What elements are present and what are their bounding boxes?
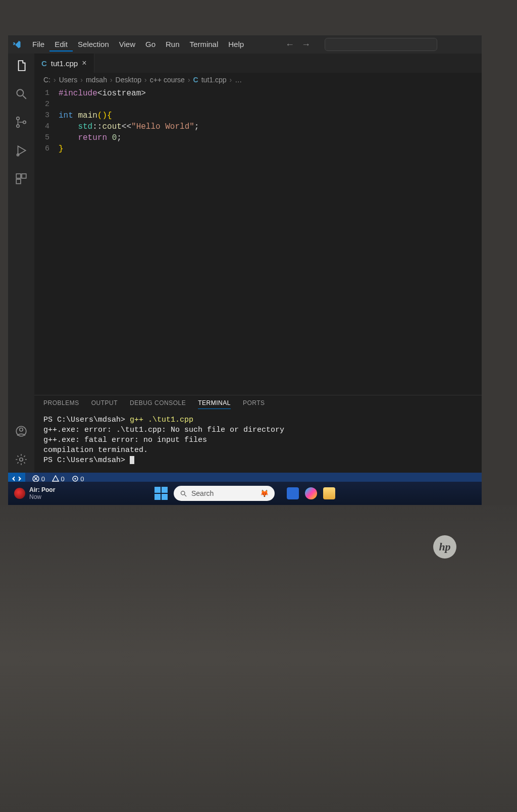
- taskbar-app-icon[interactable]: [287, 487, 299, 499]
- panel-tab-output[interactable]: OUTPUT: [91, 399, 118, 409]
- line-number: 1: [34, 88, 49, 99]
- svg-point-14: [74, 478, 76, 479]
- search-icon[interactable]: [14, 87, 28, 101]
- editor-tab-tut1[interactable]: C tut1.cpp ×: [34, 54, 94, 73]
- vscode-logo-icon: [12, 40, 21, 49]
- nav-forward-icon[interactable]: →: [301, 39, 311, 50]
- explorer-icon[interactable]: [14, 59, 28, 73]
- menu-help[interactable]: Help: [223, 38, 249, 52]
- menu-go[interactable]: Go: [140, 38, 161, 52]
- cpp-file-icon: C: [41, 59, 47, 68]
- breadcrumb-segment[interactable]: Users: [59, 76, 78, 84]
- source-control-icon[interactable]: [14, 115, 28, 129]
- taskbar-pinned-apps: [287, 487, 335, 499]
- breadcrumb-segment[interactable]: c++ course: [150, 76, 185, 84]
- start-button[interactable]: [154, 487, 168, 500]
- svg-rect-8: [16, 179, 21, 184]
- menu-selection[interactable]: Selection: [73, 38, 114, 52]
- chevron-right-icon: ›: [144, 76, 147, 84]
- terminal-cursor: [130, 456, 134, 464]
- svg-point-0: [17, 89, 23, 96]
- panel-tab-ports[interactable]: PORTS: [243, 399, 265, 409]
- svg-point-10: [20, 428, 23, 432]
- search-illustration-icon: 🦊: [260, 489, 269, 497]
- settings-gear-icon[interactable]: [14, 452, 28, 467]
- laptop-frame: FileEditSelectionViewGoRunTerminalHelp ←…: [0, 0, 517, 812]
- svg-rect-7: [22, 174, 26, 178]
- chevron-right-icon: ›: [80, 76, 83, 84]
- line-number: 6: [34, 143, 49, 155]
- taskbar-search-placeholder: Search: [191, 489, 214, 497]
- code-content[interactable]: #include<iostream> int main(){ std::cout…: [59, 87, 482, 395]
- menu-file[interactable]: File: [27, 38, 49, 52]
- breadcrumb-trailing: …: [235, 76, 242, 84]
- activity-bar: [8, 54, 34, 473]
- cpp-file-icon: C: [193, 76, 198, 84]
- menu-edit[interactable]: Edit: [49, 38, 73, 52]
- svg-line-16: [184, 494, 186, 496]
- tab-close-icon[interactable]: ×: [82, 59, 86, 68]
- windows-taskbar: Air: Poor Now Search 🦊: [8, 482, 482, 505]
- panel-tab-problems[interactable]: PROBLEMS: [43, 399, 79, 409]
- taskbar-search[interactable]: Search 🦊: [174, 486, 275, 501]
- hp-logo-icon: hp: [433, 535, 456, 559]
- svg-point-2: [17, 117, 19, 120]
- svg-point-4: [23, 121, 26, 123]
- chevron-right-icon: ›: [110, 76, 113, 84]
- breadcrumb-file: tut1.cpp: [201, 76, 227, 84]
- menu-bar: FileEditSelectionViewGoRunTerminalHelp ←…: [8, 35, 482, 54]
- chevron-right-icon: ›: [54, 76, 56, 84]
- line-number: 4: [34, 121, 49, 132]
- bottom-panel: PROBLEMSOUTPUTDEBUG CONSOLETERMINALPORTS…: [34, 395, 482, 473]
- vscode-window: FileEditSelectionViewGoRunTerminalHelp ←…: [8, 35, 482, 485]
- taskbar-weather[interactable]: Air: Poor Now: [14, 486, 55, 500]
- taskbar-copilot-icon[interactable]: [305, 487, 317, 499]
- editor-column: C tut1.cpp × C:›Users›mdsah›Desktop›c++ …: [34, 54, 482, 473]
- line-gutter: 123456: [34, 87, 59, 395]
- menu-run[interactable]: Run: [161, 38, 185, 52]
- chevron-right-icon: ›: [230, 76, 232, 84]
- chevron-right-icon: ›: [188, 76, 190, 84]
- line-number: 5: [34, 132, 49, 143]
- code-editor[interactable]: 123456 #include<iostream> int main(){ st…: [34, 87, 482, 395]
- breadcrumb-segment[interactable]: C:: [43, 76, 50, 84]
- panel-tab-debug-console[interactable]: DEBUG CONSOLE: [130, 399, 186, 409]
- account-icon[interactable]: [14, 424, 28, 438]
- terminal-output[interactable]: PS C:\Users\mdsah> g++ .\tut1.cpp g++.ex…: [34, 412, 482, 473]
- breadcrumb-segment[interactable]: Desktop: [116, 76, 141, 84]
- nav-arrows: ← →: [285, 39, 311, 50]
- editor-tabs: C tut1.cpp ×: [34, 54, 482, 73]
- svg-point-11: [20, 458, 23, 462]
- taskbar-explorer-icon[interactable]: [323, 487, 335, 499]
- breadcrumb[interactable]: C:›Users›mdsah›Desktop›c++ course› C tut…: [34, 73, 482, 87]
- svg-rect-6: [16, 174, 21, 178]
- command-center-search[interactable]: [325, 38, 437, 51]
- breadcrumb-segment[interactable]: mdsah: [86, 76, 107, 84]
- line-number: 2: [34, 99, 49, 110]
- svg-point-15: [181, 491, 185, 495]
- run-debug-icon[interactable]: [14, 143, 28, 158]
- weather-title: Air: Poor: [29, 486, 55, 493]
- nav-back-icon[interactable]: ←: [285, 39, 294, 50]
- tab-filename: tut1.cpp: [51, 59, 78, 68]
- menu-terminal[interactable]: Terminal: [185, 38, 224, 52]
- panel-tabs: PROBLEMSOUTPUTDEBUG CONSOLETERMINALPORTS: [34, 395, 482, 412]
- panel-tab-terminal[interactable]: TERMINAL: [198, 399, 231, 409]
- weather-icon: [14, 488, 25, 499]
- weather-subtitle: Now: [29, 493, 55, 500]
- extensions-icon[interactable]: [14, 172, 28, 186]
- menu-view[interactable]: View: [114, 38, 140, 52]
- line-number: 3: [34, 110, 49, 121]
- svg-line-1: [23, 95, 26, 99]
- svg-point-3: [17, 125, 19, 127]
